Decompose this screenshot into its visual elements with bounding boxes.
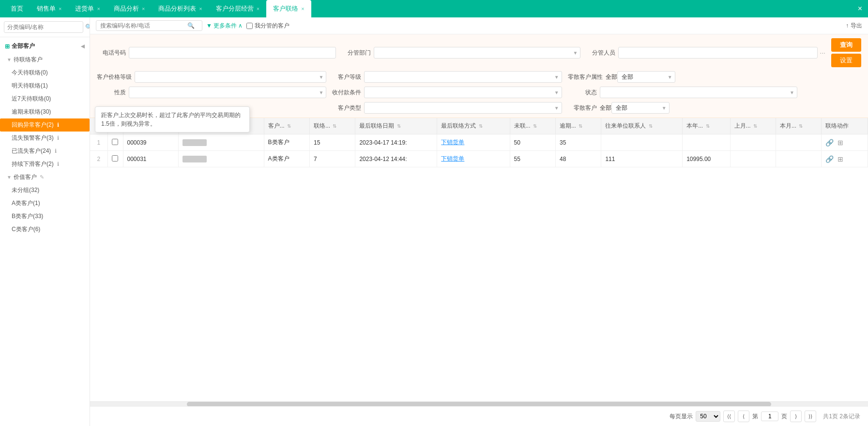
sidebar-group-pending-title[interactable]: ▼ 待联络客户 xyxy=(0,53,90,66)
nav-item-analysis-list[interactable]: 商品分析列表 × xyxy=(152,0,209,17)
th-customer-type[interactable]: 客户... ⇅ xyxy=(264,118,309,134)
sidebar-item-declining[interactable]: 持续下滑客户(2) ℹ xyxy=(0,158,90,171)
payment-select[interactable] xyxy=(364,87,562,98)
nav-item-sales-label: 销售单 xyxy=(37,4,56,13)
sidebar-all-customers[interactable]: ⊞ 全部客户 ◀ xyxy=(0,39,90,53)
collapse-icon[interactable]: ◀ xyxy=(81,44,85,49)
close-icon[interactable]: × xyxy=(142,6,145,12)
sidebar-item-loss-warning[interactable]: 流失预警客户(3) ℹ xyxy=(0,132,90,145)
customer-level-select-wrap: ▼ xyxy=(364,71,562,83)
sidebar-item-lost[interactable]: 已流失客户(24) ℹ xyxy=(0,145,90,158)
last-page-button[interactable]: ⟩⟩ xyxy=(805,411,816,422)
chevron-up-icon: ∧ xyxy=(238,22,243,29)
prev-page-button[interactable]: ⟨ xyxy=(738,411,749,422)
page-input[interactable] xyxy=(761,411,778,421)
filter-row-1: 电话号码 分管部门 ▼ 分管人员 ··· 查询 设置 xyxy=(97,38,861,67)
nature-select[interactable] xyxy=(129,87,326,98)
grid-action-icon[interactable]: ⊞ xyxy=(838,139,843,147)
nav-item-purchase[interactable]: 进货单 × xyxy=(68,0,107,17)
th-last-month[interactable]: 上月... ⇅ xyxy=(730,118,776,134)
customer-type-select[interactable] xyxy=(364,102,562,114)
row-checkbox-cell xyxy=(107,151,123,167)
my-customers-checkbox-input[interactable] xyxy=(246,23,253,29)
last-contact-method[interactable]: 下销货单 xyxy=(437,151,510,167)
th-contact-count[interactable]: 联络... ⇅ xyxy=(310,118,355,134)
sidebar-body: ⊞ 全部客户 ◀ ▼ 待联络客户 今天待联络(0) 明天待联络(1) 近7天待联… xyxy=(0,37,90,426)
export-button[interactable]: ↑ 导出 xyxy=(846,22,862,30)
table-area: ⚙ 客户编码 ⇅ 客户名称 ⇅ xyxy=(90,118,868,401)
retail-attr-select[interactable]: 全部 xyxy=(617,71,675,83)
nav-item-sales[interactable]: 销售单 × xyxy=(30,0,68,17)
sidebar-item-7days[interactable]: 近7天待联络(0) xyxy=(0,92,90,105)
sidebar-item-repurchase-abnormal[interactable]: 回购异常客户(2) ℹ xyxy=(0,118,90,132)
link-icon[interactable]: 🔗 xyxy=(825,139,834,147)
overdue: 35 xyxy=(555,134,601,151)
nav-item-customer-tier[interactable]: 客户分层经营 × xyxy=(209,0,266,17)
retail-select[interactable]: 全部 xyxy=(611,102,670,114)
sidebar-search-input[interactable] xyxy=(4,21,83,33)
sort-icon: ⇅ xyxy=(397,123,401,129)
th-this-month[interactable]: 本月... ⇅ xyxy=(776,118,822,134)
close-icon[interactable]: × xyxy=(257,6,259,12)
per-page-label: 每页显示 xyxy=(670,412,693,421)
row-checkbox[interactable] xyxy=(112,139,118,145)
group-pending-label: 待联络客户 xyxy=(14,56,43,64)
customer-search-input[interactable] xyxy=(100,22,187,29)
sidebar-item-overdue[interactable]: 逾期未联络(30) xyxy=(0,105,90,118)
price-level-label: 客户价格等级 xyxy=(97,73,132,81)
sidebar-group-value-title[interactable]: ▼ 价值客户 ✎ xyxy=(0,171,90,184)
nav-item-customer-contact[interactable]: 客户联络 × xyxy=(266,0,311,17)
sidebar-item-class-b[interactable]: B类客户(33) xyxy=(0,210,90,223)
th-not-linked[interactable]: 未联... ⇅ xyxy=(510,118,555,134)
row-checkbox[interactable] xyxy=(112,155,118,162)
search-icon[interactable]: 🔍 xyxy=(85,24,90,30)
th-overdue[interactable]: 逾期... ⇅ xyxy=(555,118,601,134)
sidebar-item-class-a[interactable]: A类客户(1) xyxy=(0,197,90,210)
th-last-contact-method[interactable]: 最后联络方式 ⇅ xyxy=(437,118,510,134)
sidebar-item-today[interactable]: 今天待联络(0) xyxy=(0,66,90,79)
dept-select[interactable] xyxy=(374,47,581,59)
info-icon: ℹ xyxy=(57,122,59,128)
grid-action-icon[interactable]: ⊞ xyxy=(838,155,843,163)
manager-input[interactable] xyxy=(618,47,818,59)
nav-item-analysis[interactable]: 商品分析 × xyxy=(107,0,152,17)
phone-input[interactable] xyxy=(129,47,336,59)
nav-item-home[interactable]: 首页 xyxy=(4,0,30,17)
status-select[interactable] xyxy=(600,87,797,98)
more-conditions-button[interactable]: ▼ 更多条件 ∧ xyxy=(206,22,243,30)
customer-name-blurred xyxy=(183,156,207,162)
customer-level-select[interactable] xyxy=(364,71,562,83)
customer-code: 000031 xyxy=(123,151,179,167)
row-num: 1 xyxy=(90,134,107,151)
dots-button[interactable]: ··· xyxy=(820,49,825,57)
th-this-year[interactable]: 本年... ⇅ xyxy=(683,118,730,134)
sidebar-item-tomorrow[interactable]: 明天待联络(1) xyxy=(0,79,90,92)
th-contacts[interactable]: 往来单位联系人 ⇅ xyxy=(601,118,683,134)
link-icon[interactable]: 🔗 xyxy=(825,155,834,163)
last-contact-date: 2023-04-12 14:44: xyxy=(355,151,437,167)
settings-button[interactable]: 设置 xyxy=(831,54,861,67)
last-contact-method[interactable]: 下销货单 xyxy=(437,134,510,151)
first-page-button[interactable]: ⟨⟨ xyxy=(723,411,735,422)
close-all-tabs-button[interactable]: × xyxy=(858,4,862,13)
sidebar-item-class-c[interactable]: C类客户(6) xyxy=(0,223,90,236)
table-scroll-track[interactable] xyxy=(90,401,868,406)
close-icon[interactable]: × xyxy=(59,6,61,12)
close-icon[interactable]: × xyxy=(301,6,304,12)
query-button[interactable]: 查询 xyxy=(831,38,861,52)
th-last-contact-date[interactable]: 最后联络日期 ⇅ xyxy=(355,118,437,134)
my-customers-checkbox[interactable]: 我分管的客户 xyxy=(246,22,289,30)
top-nav: 首页 销售单 × 进货单 × 商品分析 × 商品分析列表 × 客户分层经营 × … xyxy=(0,0,868,17)
filter-cell-customer-type: 客户类型 ▼ xyxy=(332,102,562,114)
search-submit-icon[interactable]: 🔍 xyxy=(187,22,195,29)
content-area: 🔍 ▼ 更多条件 ∧ 我分管的客户 ↑ 导出 电话号码 xyxy=(90,17,868,426)
price-level-select[interactable] xyxy=(135,71,326,83)
close-icon[interactable]: × xyxy=(199,6,202,12)
close-icon[interactable]: × xyxy=(97,6,100,12)
edit-icon[interactable]: ✎ xyxy=(40,174,44,180)
next-page-button[interactable]: ⟩ xyxy=(790,411,802,422)
page-size-select[interactable]: 50 10 20 100 xyxy=(696,411,720,422)
action-icons: 🔗 ⊞ xyxy=(825,155,864,163)
sidebar-item-ungroup[interactable]: 未分组(32) xyxy=(0,184,90,197)
customer-name-blurred xyxy=(183,139,207,146)
